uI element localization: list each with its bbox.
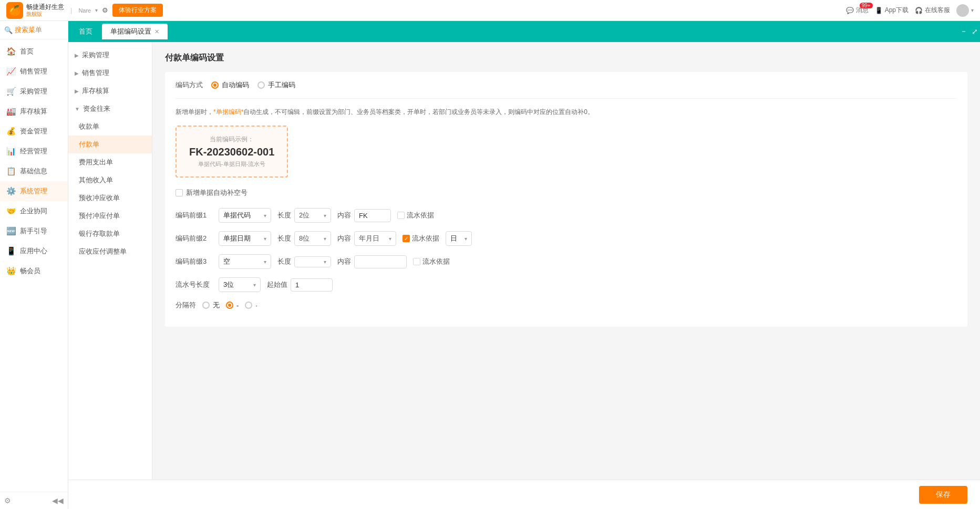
auto-fill-checkbox[interactable] <box>176 189 183 196</box>
message-icon: 💬 <box>846 7 854 14</box>
online-service-item[interactable]: 🎧 在线客服 <box>915 6 950 15</box>
serial-len-label: 流水号长度 <box>176 280 212 289</box>
sidebar-item-enterprise[interactable]: 🤝 企业协同 <box>0 201 68 221</box>
main-panel: 付款单编码设置 编码方式 自动编码 手工编码 <box>152 42 980 480</box>
prefix3-serial-checkbox[interactable]: 流水依据 <box>413 257 450 266</box>
sub-menu-item-payment[interactable]: 付款单 <box>68 136 152 153</box>
user-profile[interactable]: ▾ <box>956 4 974 17</box>
app-download-item[interactable]: 📱 App下载 <box>875 6 909 15</box>
prefix3-serial-check <box>413 258 420 265</box>
sub-menu-item-receipt[interactable]: 收款单 <box>68 118 152 136</box>
tab-minimize-icon[interactable]: － <box>960 27 967 36</box>
save-button[interactable]: 保存 <box>919 486 967 504</box>
prefix3-row: 编码前缀3 空 ▾ 长度 ▾ 内 <box>176 254 957 269</box>
start-value-field: 起始值 <box>267 278 333 292</box>
sidebar-item-guide[interactable]: 🆕 新手引导 <box>0 221 68 241</box>
sub-menu-group-sales-header[interactable]: ▶ 销售管理 <box>68 64 152 82</box>
inventory-icon: 🏭 <box>6 107 16 116</box>
prefix1-serial-checkbox[interactable]: 流水依据 <box>397 211 434 220</box>
settings-icon[interactable]: ⚙ <box>102 6 108 14</box>
separator-dash-dot <box>226 302 233 309</box>
sidebar-item-inventory[interactable]: 🏭 库存核算 <box>0 101 68 121</box>
sub-menu-item-expense[interactable]: 费用支出单 <box>68 153 152 171</box>
prefix2-serial-unit-select[interactable]: 日 ▾ <box>446 231 472 246</box>
sub-menu-item-ap-adjust[interactable]: 应收应付调整单 <box>68 243 152 261</box>
tab-expand-icon[interactable]: ⤢ <box>972 27 978 36</box>
sidebar-collapse-icon[interactable]: ◀◀ <box>52 496 64 505</box>
prefix1-label: 编码前缀1 <box>176 211 212 220</box>
sidebar-item-finance[interactable]: 💰 资金管理 <box>0 121 68 141</box>
company-dropdown-icon[interactable]: ▾ <box>95 7 98 13</box>
headset-icon: 🎧 <box>915 7 923 14</box>
prefix2-serial-check: ✓ <box>403 235 410 242</box>
encoding-method-row: 编码方式 自动编码 手工编码 <box>176 80 957 99</box>
tab-encoding[interactable]: 单据编码设置 ✕ <box>102 24 168 39</box>
sidebar-settings-icon[interactable]: ⚙ <box>4 496 11 505</box>
arrow-down-icon: ▼ <box>75 106 80 112</box>
info-highlight: *单据编码* <box>213 108 243 116</box>
prefix1-content-input[interactable] <box>354 209 391 222</box>
top-bar: 🍊 畅捷通好生意 旗舰版 | Nare ▾ ⚙ 体验行业方案 💬 消息 99+ … <box>0 0 980 21</box>
prefix2-unit-dropdown-icon: ▾ <box>465 236 467 242</box>
radio-auto-encode[interactable]: 自动编码 <box>211 80 249 90</box>
prefix2-len-dropdown-icon: ▾ <box>324 236 326 242</box>
prefix1-len-select[interactable]: 2位 ▾ <box>294 208 331 223</box>
serial-len-select[interactable]: 3位 ▾ <box>219 277 261 292</box>
top-bar-left: 🍊 畅捷通好生意 旗舰版 | Nare ▾ ⚙ 体验行业方案 <box>6 2 163 19</box>
tab-bar: 首页 单据编码设置 ✕ － ⤢ <box>68 21 980 42</box>
start-value-input[interactable] <box>291 278 333 292</box>
sub-menu-group-capital: ▼ 资金往来 收款单 付款单 费用支出单 其他收入单 预收冲应收单 预付冲应付单… <box>68 100 152 261</box>
search-icon: 🔍 <box>4 26 13 34</box>
sub-menu-item-prepay-pay[interactable]: 预付冲应付单 <box>68 207 152 225</box>
separator-none-radio[interactable]: 无 <box>202 300 220 310</box>
sub-menu-item-prepay-recv[interactable]: 预收冲应收单 <box>68 189 152 207</box>
sidebar-item-operations[interactable]: 📊 经营管理 <box>0 141 68 161</box>
arrow-right-icon2: ▶ <box>75 70 79 76</box>
experience-button[interactable]: 体验行业方案 <box>112 4 163 17</box>
separator-dot-radio[interactable]: · <box>245 302 257 309</box>
radio-manual-encode[interactable]: 手工编码 <box>257 80 295 90</box>
prefix2-len-select[interactable]: 8位 ▾ <box>294 231 331 246</box>
radio-auto-checked <box>211 81 219 89</box>
sidebar-nav: 🏠 首页 📈 销售管理 🛒 采购管理 🏭 库存核算 💰 资金管理 📊 经 <box>0 39 68 492</box>
separator-dash-radio[interactable]: - <box>226 302 239 309</box>
sub-menu-group-inventory-header[interactable]: ▶ 库存核算 <box>68 82 152 100</box>
sidebar-item-apps[interactable]: 📱 应用中心 <box>0 241 68 261</box>
sidebar-item-sales[interactable]: 📈 销售管理 <box>0 61 68 81</box>
search-menu-button[interactable]: 🔍 搜索菜单 <box>0 21 68 39</box>
separator-dot-dot <box>245 302 252 309</box>
home-icon: 🏠 <box>6 47 16 56</box>
sidebar-item-member[interactable]: 👑 畅会员 <box>0 261 68 281</box>
prefix1-select[interactable]: 单据代码 ▾ <box>219 208 271 223</box>
prefix3-content-input[interactable] <box>354 255 407 268</box>
prefix2-select[interactable]: 单据日期 ▾ <box>219 231 271 246</box>
content-area: ▶ 采购管理 ▶ 销售管理 ▶ 库存核算 <box>68 42 980 480</box>
tab-home[interactable]: 首页 <box>70 24 101 39</box>
prefix3-len-select[interactable]: ▾ <box>294 256 331 267</box>
radio-group-encoding: 自动编码 手工编码 <box>211 80 295 90</box>
prefix2-serial-checkbox[interactable]: ✓ 流水依据 <box>403 234 439 243</box>
prefix3-len-dropdown-icon: ▾ <box>324 259 326 265</box>
sidebar-item-home[interactable]: 🏠 首页 <box>0 41 68 61</box>
prefix1-content-field: 内容 <box>337 209 391 222</box>
sidebar-bottom: ⚙ ◀◀ <box>0 492 68 509</box>
sidebar-item-system[interactable]: ⚙️ 系统管理 <box>0 181 68 201</box>
prefix3-dropdown-icon: ▾ <box>264 259 266 265</box>
sidebar-item-purchase[interactable]: 🛒 采购管理 <box>0 81 68 101</box>
main-container: 🔍 搜索菜单 🏠 首页 📈 销售管理 🛒 采购管理 🏭 库存核算 💰 <box>0 21 980 509</box>
prefix3-select[interactable]: 空 ▾ <box>219 254 271 269</box>
prefix2-row: 编码前缀2 单据日期 ▾ 长度 8位 ▾ <box>176 231 957 246</box>
messages-badge-item[interactable]: 💬 消息 99+ <box>846 6 869 15</box>
brand-icon: 🍊 <box>6 2 23 19</box>
sidebar-item-basics[interactable]: 📋 基础信息 <box>0 161 68 181</box>
tab-close-icon[interactable]: ✕ <box>154 28 159 35</box>
sub-menu-item-bank[interactable]: 银行存取款单 <box>68 225 152 243</box>
sub-menu-group-purchase-header[interactable]: ▶ 采购管理 <box>68 46 152 64</box>
system-icon: ⚙️ <box>6 186 16 196</box>
prefix1-len-dropdown-icon: ▾ <box>324 213 326 219</box>
sub-menu-group-capital-header[interactable]: ▼ 资金往来 <box>68 100 152 118</box>
bottom-bar: 保存 <box>68 480 980 509</box>
divider-vert: | <box>70 6 72 14</box>
sub-menu-item-other-income[interactable]: 其他收入单 <box>68 171 152 189</box>
prefix2-content-select[interactable]: 年月日 ▾ <box>354 231 396 246</box>
